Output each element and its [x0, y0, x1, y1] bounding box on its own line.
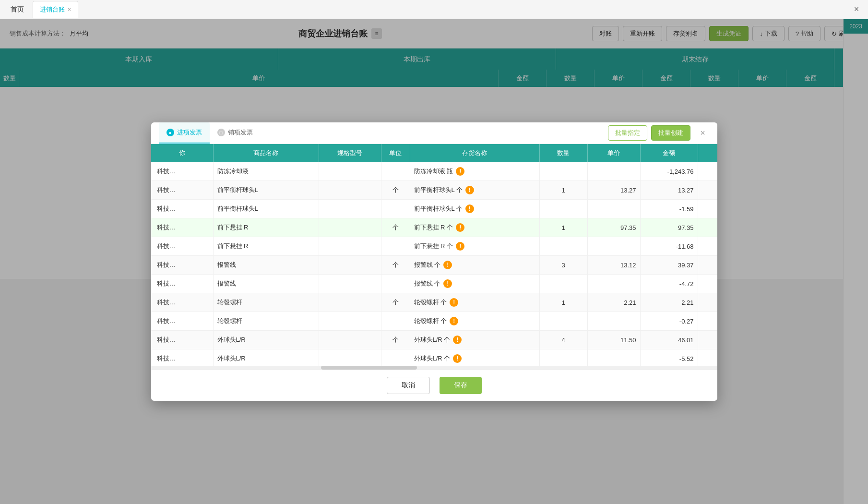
- warning-icon: !: [456, 242, 464, 251]
- cell-spec: [319, 181, 381, 199]
- cell-product: 前平衡杆球头L: [214, 181, 319, 199]
- modal-table-header: 你 商品名称 规格型号 单位 存货名称 数量 单价 金额: [151, 144, 717, 162]
- table-row[interactable]: 科技…前下悬挂 R前下悬挂 R 个!-11.68: [151, 237, 717, 256]
- cell-unit: [381, 237, 410, 255]
- table-row[interactable]: 科技…报警线个报警线 个!313.1239.37: [151, 256, 717, 275]
- table-row[interactable]: 科技…防冻冷却液防冻冷却液 瓶!-1,243.76: [151, 162, 717, 181]
- cell-spec: [319, 349, 381, 366]
- cell-unit: [381, 200, 410, 218]
- modal-table: 你 商品名称 规格型号 单位 存货名称 数量 单价 金额 科技…防冻冷却液防冻冷…: [151, 144, 717, 366]
- cell-qty: [540, 237, 588, 255]
- modal-close-button[interactable]: ×: [696, 126, 710, 140]
- table-row[interactable]: 科技…轮毂螺杆轮毂螺杆 个!-0.27: [151, 312, 717, 331]
- cell-spec: [319, 218, 381, 237]
- col-header-supplier: 你: [151, 144, 214, 162]
- modal-overlay: ● 进项发票 □ 销项发票 批量指定 批量创建 × 你 商品名称 规格型: [0, 19, 868, 504]
- cell-amount: 97.35: [641, 218, 698, 237]
- col-header-product: 商品名称: [214, 144, 319, 162]
- cell-unit: [381, 349, 410, 366]
- cell-spec: [319, 312, 381, 330]
- cell-supplier: 科技…: [151, 256, 214, 274]
- cell-supplier: 科技…: [151, 237, 214, 255]
- warning-icon: !: [443, 279, 452, 288]
- warning-icon: !: [465, 186, 474, 194]
- cell-stock-name: 轮毂螺杆 个!: [410, 293, 540, 312]
- cell-qty: [540, 200, 588, 218]
- cell-supplier: 科技…: [151, 218, 214, 237]
- table-row[interactable]: 科技…轮毂螺杆个轮毂螺杆 个!12.212.21: [151, 293, 717, 312]
- cell-unit: [381, 275, 410, 293]
- cell-unit: [381, 162, 410, 180]
- table-row[interactable]: 科技…报警线报警线 个!-4.72: [151, 275, 717, 293]
- table-row[interactable]: 科技…外球头L/R外球头L/R 个!-5.52: [151, 349, 717, 366]
- cell-stock-name: 前平衡杆球头L 个!: [410, 200, 540, 218]
- window-close-button[interactable]: ×: [849, 2, 864, 17]
- batch-create-button[interactable]: 批量创建: [651, 125, 690, 141]
- cell-unit-price: [588, 275, 641, 293]
- tab-close-icon[interactable]: ×: [68, 6, 71, 13]
- cell-unit-price: 2.21: [588, 293, 641, 312]
- modal-scrollbar-thumb[interactable]: [321, 366, 417, 370]
- table-row[interactable]: 科技…前平衡杆球头L前平衡杆球头L 个!-1.59: [151, 200, 717, 218]
- warning-icon: !: [465, 204, 474, 213]
- cell-supplier: 科技…: [151, 275, 214, 293]
- cell-amount: -0.27: [641, 312, 698, 330]
- col-header-spec: 规格型号: [319, 144, 381, 162]
- cell-unit: 个: [381, 181, 410, 199]
- cell-stock-name: 轮毂螺杆 个!: [410, 312, 540, 330]
- cell-qty: 3: [540, 256, 588, 274]
- cell-spec: [319, 256, 381, 274]
- cell-stock-name: 外球头L/R 个!: [410, 331, 540, 349]
- save-button[interactable]: 保存: [440, 377, 482, 394]
- cell-unit-price: [588, 349, 641, 366]
- cell-spec: [319, 200, 381, 218]
- table-row[interactable]: 科技…外球头L/R个外球头L/R 个!411.5046.01: [151, 331, 717, 349]
- top-bar: 首页 进销台账 × ×: [0, 0, 868, 19]
- cell-qty: [540, 312, 588, 330]
- cell-qty: [540, 275, 588, 293]
- table-row[interactable]: 科技…前平衡杆球头L个前平衡杆球头L 个!113.2713.27: [151, 181, 717, 200]
- cell-supplier: 科技…: [151, 349, 214, 366]
- cell-stock-name: 外球头L/R 个!: [410, 349, 540, 366]
- cell-product: 前下悬挂 R: [214, 237, 319, 255]
- modal-scrollbar[interactable]: [151, 366, 717, 370]
- col-header-qty: 数量: [540, 144, 588, 162]
- cell-product: 轮毂螺杆: [214, 293, 319, 312]
- cell-product: 前下悬挂 R: [214, 218, 319, 237]
- cell-unit: [381, 312, 410, 330]
- cell-spec: [319, 275, 381, 293]
- table-row[interactable]: 科技…前下悬挂 R个前下悬挂 R 个!197.3597.35: [151, 218, 717, 237]
- col-header-amount: 金额: [641, 144, 698, 162]
- cell-stock-name: 防冻冷却液 瓶!: [410, 162, 540, 180]
- main-content: 销售成本计算方法： 月平均 商贸企业进销台账 ≡ 对账 重新开账 存货别名 生成…: [0, 19, 868, 504]
- home-tab[interactable]: 首页: [4, 1, 31, 18]
- modal-header: ● 进项发票 □ 销项发票 批量指定 批量创建 ×: [151, 122, 717, 144]
- cell-qty: [540, 349, 588, 366]
- cell-amount: -11.68: [641, 237, 698, 255]
- batch-assign-button[interactable]: 批量指定: [608, 125, 647, 141]
- cell-product: 报警线: [214, 256, 319, 274]
- tab-sales-invoice[interactable]: □ 销项发票: [210, 122, 261, 144]
- sales-invoice-icon: □: [217, 129, 225, 136]
- cell-qty: 1: [540, 218, 588, 237]
- cell-amount: 46.01: [641, 331, 698, 349]
- modal-footer: 取消 保存: [151, 370, 717, 401]
- cell-unit: 个: [381, 256, 410, 274]
- cell-stock-name: 报警线 个!: [410, 256, 540, 274]
- cell-qty: 1: [540, 181, 588, 199]
- cell-unit-price: 13.27: [588, 181, 641, 199]
- cell-unit: 个: [381, 218, 410, 237]
- cell-amount: -1.59: [641, 200, 698, 218]
- cancel-button[interactable]: 取消: [387, 377, 430, 394]
- cell-spec: [319, 162, 381, 180]
- cell-product: 外球头L/R: [214, 349, 319, 366]
- cell-unit: 个: [381, 331, 410, 349]
- tab-purchase-invoice[interactable]: ● 进项发票: [159, 122, 210, 144]
- cell-supplier: 科技…: [151, 331, 214, 349]
- active-tab[interactable]: 进销台账 ×: [33, 1, 78, 18]
- cell-unit-price: [588, 237, 641, 255]
- modal-table-body: 科技…防冻冷却液防冻冷却液 瓶!-1,243.76科技…前平衡杆球头L个前平衡杆…: [151, 162, 717, 366]
- warning-icon: !: [456, 223, 464, 232]
- cell-spec: [319, 331, 381, 349]
- cell-amount: 39.37: [641, 256, 698, 274]
